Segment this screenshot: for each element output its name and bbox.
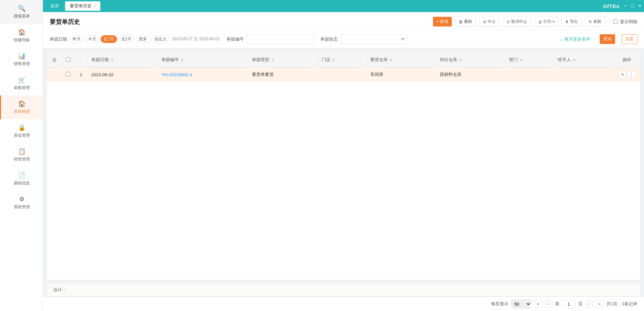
export-button[interactable]: ⬆ 导出 — [561, 17, 582, 27]
tab-bar: 首页 要货单历史 × OfTEn − □ × — [43, 0, 644, 12]
sidebar-item-inventory[interactable]: 🏠 库存核算 — [0, 95, 43, 119]
date-btn-more[interactable]: 更多 — [136, 35, 150, 43]
page-content: 要货单历史 + 新增 🗑 🗑 删除 删除 ⊘ 中止 ⊙ 取消中止 — [43, 12, 644, 311]
tab-home[interactable]: 首页 — [46, 1, 64, 11]
col-header-order-no: 单据编号 ⇅ — [158, 52, 249, 68]
last-page-button[interactable]: » — [595, 300, 604, 308]
sort-req-warehouse-icon[interactable]: ⇅ — [389, 58, 392, 62]
maximize-icon[interactable]: □ — [631, 3, 634, 9]
row-settings-cell — [47, 68, 62, 82]
sidebar-item-basicinfo[interactable]: 📄 基础信息 — [0, 167, 43, 191]
suspend-button[interactable]: ⊘ 中止 — [479, 17, 499, 27]
sidebar: 🔍 搜索菜单 🏠 快捷导航 📊 销售管理 🛒 采购管理 🏠 库存核算 🔒 资金管… — [0, 0, 43, 311]
date-filter-label: 单据日期 — [50, 36, 67, 42]
expand-more-btn[interactable]: ⌄ 展开更多条件 — [559, 36, 590, 42]
sidebar-item-purchase[interactable]: 🛒 采购管理 — [0, 72, 43, 95]
close-window-icon[interactable]: × — [638, 3, 641, 9]
date-filter-group: 单据日期 昨天 今天 近7天 近1月 更多 自定义 2023-05-27 至 2… — [50, 35, 220, 43]
brand-label: OfTEn — [603, 3, 620, 9]
search-icon: 🔍 — [18, 5, 25, 12]
table-area: ⚙ 单据日期 ⇅ 单据编号 ⇅ — [46, 52, 641, 280]
column-settings-icon[interactable]: ⚙ — [50, 55, 59, 64]
sidebar-item-label: 快捷导航 — [14, 37, 30, 43]
select-all-checkbox[interactable] — [66, 57, 70, 61]
next-page-button[interactable]: › — [585, 300, 593, 308]
delete-button[interactable]: 🗑 🗑 删除 删除 — [455, 17, 476, 27]
sidebar-item-system[interactable]: ⚙ 系统管理 — [0, 191, 43, 215]
summary-label: 合计： — [53, 287, 66, 293]
minimize-icon[interactable]: − — [624, 3, 627, 9]
sidebar-item-label: 销售管理 — [14, 61, 30, 67]
page-header: 要货单历史 + 新增 🗑 🗑 删除 删除 ⊘ 中止 ⊙ 取消中止 — [43, 12, 644, 30]
page-number-input[interactable] — [562, 300, 576, 308]
page-label: 第 — [555, 301, 559, 307]
sort-order-no-icon[interactable]: ⇅ — [181, 58, 183, 62]
col-header-req-warehouse: 要货仓库 ⇅ — [367, 52, 436, 68]
sort-order-type-icon[interactable]: ⇅ — [271, 58, 274, 62]
sort-store-icon[interactable]: ⇅ — [332, 58, 335, 62]
status-select[interactable] — [340, 35, 408, 44]
order-no-link[interactable]: YH-20230602-4 — [161, 72, 192, 77]
lock-icon: 🔒 — [18, 124, 25, 131]
col-header-checkbox — [62, 52, 74, 68]
sidebar-item-label: 系统管理 — [14, 204, 30, 210]
row-num: 1 — [74, 68, 88, 82]
sort-department-icon[interactable]: ⇅ — [520, 58, 523, 62]
settings-filter-button[interactable]: 设置 — [622, 34, 637, 44]
row-order-no: YH-20230602-4 — [158, 68, 249, 82]
row-edit-icon[interactable]: ✎ — [619, 71, 626, 78]
total-label: 共1页，1条记录 — [606, 301, 637, 307]
sidebar-item-finance[interactable]: 🔒 资金管理 — [0, 119, 43, 143]
date-btn-custom[interactable]: 自定义 — [151, 35, 169, 43]
expand-icon: ⌄ — [559, 37, 563, 42]
row-handler — [554, 68, 613, 82]
refresh-button[interactable]: ↻ 刷新 — [585, 17, 605, 27]
tab-bar-right: OfTEn − □ × — [603, 3, 641, 9]
toolbar: + 新增 🗑 🗑 删除 删除 ⊘ 中止 ⊙ 取消中止 🖨 打印 — [433, 17, 637, 27]
filter-area: 单据日期 昨天 今天 近7天 近1月 更多 自定义 2023-05-27 至 2… — [43, 30, 644, 48]
chart-icon: 📊 — [18, 52, 25, 60]
col-header-operation: 操作 — [613, 52, 640, 68]
sidebar-item-label: 经营管理 — [14, 157, 30, 162]
tab-home-label: 首页 — [50, 3, 59, 9]
sort-pending-warehouse-icon[interactable]: ⇅ — [459, 58, 462, 62]
sidebar-item-label: 基础信息 — [14, 180, 30, 186]
table-row: 1 2023-06-02 YH-20230602-4 要货单要货 车间库 原材料… — [47, 68, 640, 82]
pagination-bar: 每页显示 10 20 50 100 « ‹ 第 页 › » 共1页，1条记录 — [43, 297, 644, 311]
row-department — [506, 68, 554, 82]
cancel-suspend-button[interactable]: ⊙ 取消中止 — [503, 17, 531, 27]
order-no-input[interactable] — [247, 35, 314, 44]
sort-handler-icon[interactable]: ⇅ — [573, 58, 576, 62]
col-header-date: 单据日期 ⇅ — [88, 52, 158, 68]
clipboard-icon: 📋 — [18, 148, 25, 155]
row-checkbox[interactable] — [66, 72, 70, 76]
date-btn-1month[interactable]: 近1月 — [118, 35, 135, 43]
sort-date-icon[interactable]: ⇅ — [111, 58, 113, 62]
col-header-settings: ⚙ — [47, 52, 62, 68]
date-btn-today[interactable]: 今天 — [85, 35, 99, 43]
cart-icon: 🛒 — [18, 76, 25, 84]
status-label: 单据状态 — [320, 36, 338, 42]
sidebar-item-quicknav[interactable]: 🏠 快捷导航 — [0, 24, 43, 48]
document-icon: 📄 — [18, 172, 25, 179]
per-page-select[interactable]: 10 20 50 100 — [511, 300, 531, 308]
date-btn-7days[interactable]: 近7天 — [101, 35, 117, 43]
date-btn-yesterday[interactable]: 昨天 — [70, 35, 84, 43]
sidebar-item-operations[interactable]: 📋 经营管理 — [0, 143, 43, 167]
cancel-suspend-icon: ⊙ — [506, 19, 510, 24]
row-more-icon[interactable]: ⋮ — [628, 71, 635, 78]
toolbar-divider — [609, 19, 609, 25]
first-page-button[interactable]: « — [534, 300, 542, 308]
order-no-label: 单据编号 — [226, 36, 244, 42]
page-title: 要货单历史 — [50, 18, 433, 26]
prev-page-button[interactable]: ‹ — [545, 300, 552, 308]
tab-close-icon[interactable]: × — [94, 4, 96, 8]
new-button[interactable]: + 新增 — [433, 17, 452, 27]
tab-requisition-history[interactable]: 要货单历史 × — [65, 1, 100, 11]
query-button[interactable]: 查询 — [600, 34, 615, 44]
print-button[interactable]: 🖨 打印 ▾ — [534, 17, 558, 27]
display-detail-toggle[interactable]: 显示明细 — [613, 19, 637, 25]
display-detail-checkbox[interactable] — [613, 19, 618, 24]
sidebar-item-sales[interactable]: 📊 销售管理 — [0, 48, 43, 72]
sidebar-item-search[interactable]: 🔍 搜索菜单 — [0, 0, 43, 24]
